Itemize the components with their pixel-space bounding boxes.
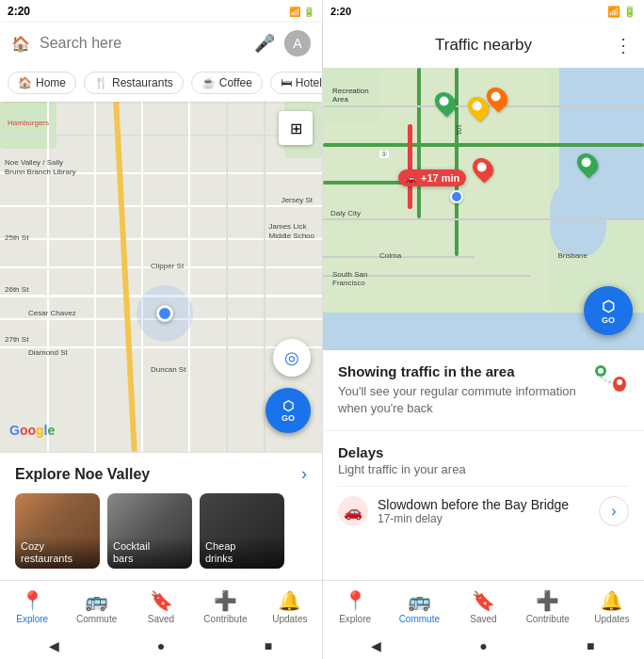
r-label-south-sf: South SanFrancisco <box>332 270 367 287</box>
left-status-bar: 2:20 📶 🔋 <box>0 0 322 23</box>
place-cards: Cozy restaurants Cocktail bars Cheap dri… <box>15 493 307 569</box>
place-card-drinks[interactable]: Cheap drinks <box>200 493 284 569</box>
left-system-nav: ◀ ● ■ <box>0 633 322 659</box>
right-map[interactable]: RecreationArea Daly City Colma Brisbane … <box>323 68 644 350</box>
r-commute-nav-label: Commute <box>399 614 440 624</box>
recent-button[interactable]: ■ <box>259 636 278 655</box>
r-commute-nav-icon: 🚌 <box>408 589 431 612</box>
traffic-info-text: Showing traffic in the area You'll see y… <box>338 363 582 417</box>
updates-nav-label: Updates <box>272 614 307 624</box>
road-v3 <box>141 102 143 452</box>
explore-header: Explore Noe Valley › <box>15 464 307 484</box>
location-dot <box>156 305 173 322</box>
location-button[interactable]: ◎ <box>273 339 311 377</box>
google-logo: Google <box>9 423 55 438</box>
nav-commute[interactable]: 🚌 Commute <box>64 581 128 633</box>
nav-updates[interactable]: 🔔 Updates <box>258 581 322 633</box>
r-label-i1: ① <box>379 151 389 158</box>
back-button[interactable]: ◀ <box>44 636 63 655</box>
mic-icon[interactable]: 🎤 <box>254 33 275 54</box>
home-button[interactable]: ● <box>152 636 170 655</box>
label-james-lick: James LickMiddle Schoo <box>269 222 314 242</box>
nav-saved[interactable]: 🔖 Saved <box>129 581 193 633</box>
menu-dots-icon[interactable]: ⋮ <box>614 34 633 56</box>
right-header-title: Traffic nearby <box>435 36 532 55</box>
place-card-cocktails[interactable]: Cocktail bars <box>107 493 192 569</box>
go-button[interactable]: ⬡ GO <box>266 388 311 433</box>
hotels-chip-icon: 🛏 <box>281 76 292 89</box>
local-road-2 <box>323 218 644 220</box>
r-label-colma: Colma <box>379 251 401 260</box>
avatar[interactable]: A <box>284 30 311 56</box>
delay-arrow-button[interactable]: › <box>599 496 629 526</box>
right-system-nav: ◀ ● ■ <box>323 633 644 659</box>
contribute-nav-icon: ➕ <box>214 589 237 612</box>
label-27th: 27th St <box>5 335 28 344</box>
delay-car-icon: 🚗 <box>338 496 368 526</box>
svg-point-1 <box>598 368 604 374</box>
right-location-dot <box>450 190 463 203</box>
r-nav-explore[interactable]: 📍 Explore <box>323 581 387 633</box>
right-status-icons: 📶 🔋 <box>607 6 636 18</box>
delay-time: 17-min delay <box>378 512 589 525</box>
r-contribute-nav-label: Contribute <box>526 614 570 624</box>
label-hamburgers: Hamburgers <box>8 119 49 127</box>
nav-explore[interactable]: 📍 Explore <box>0 581 64 633</box>
right-map-bg: RecreationArea Daly City Colma Brisbane … <box>323 68 644 350</box>
category-coffee[interactable]: ☕ Coffee <box>191 72 263 94</box>
explore-nav-label: Explore <box>16 614 48 624</box>
right-status-time: 2:20 <box>330 6 351 17</box>
delays-subtitle: Light traffic in your area <box>338 462 629 476</box>
updates-nav-icon: 🔔 <box>278 589 301 612</box>
place-card-label-restaurants: Cozy restaurants <box>15 537 100 569</box>
road-v5 <box>226 102 228 452</box>
category-home[interactable]: 🏠 Home <box>8 72 76 94</box>
r-nav-contribute[interactable]: ➕ Contribute <box>516 581 580 633</box>
place-card-restaurants[interactable]: Cozy restaurants <box>15 493 100 569</box>
r-recent-button[interactable]: ■ <box>581 636 600 655</box>
nav-contribute[interactable]: ➕ Contribute <box>193 581 257 633</box>
highway-v2 <box>417 68 421 218</box>
saved-nav-icon: 🔖 <box>150 589 173 612</box>
traffic-badge: +17 min <box>398 169 466 186</box>
right-go-button[interactable]: ⬡ GO <box>584 286 633 335</box>
restaurants-chip-label: Restaurants <box>112 76 173 89</box>
explore-arrow[interactable]: › <box>301 464 307 484</box>
delays-section: Delays Light traffic in your area 🚗 Slow… <box>323 431 644 541</box>
r-label-recreation: RecreationArea <box>332 87 369 104</box>
search-input[interactable]: Search here <box>40 35 245 52</box>
label-25th: 25th St <box>5 233 28 242</box>
r-explore-nav-label: Explore <box>339 614 371 624</box>
delay-item-text: Slowdown before the Bay Bridge 17-min de… <box>378 497 589 525</box>
label-jersey: Jersey St <box>282 196 313 204</box>
highway-h1 <box>323 143 644 147</box>
right-panel: 2:20 📶 🔋 Traffic nearby ⋮ <box>322 0 644 659</box>
info-sheet: Showing traffic in the area You'll see y… <box>323 350 644 580</box>
r-back-button[interactable]: ◀ <box>367 636 386 655</box>
r-label-101: 101 <box>456 124 462 136</box>
r-nav-commute[interactable]: 🚌 Commute <box>387 581 451 633</box>
commute-nav-icon: 🚌 <box>85 589 108 612</box>
traffic-road <box>408 124 412 209</box>
r-saved-nav-icon: 🔖 <box>472 589 495 612</box>
left-map[interactable]: Hamburgers Noe Valley / SallyBrunn Branc… <box>0 102 322 452</box>
label-noe-valley: Noe Valley / SallyBrunn Branch Library <box>5 158 76 178</box>
road-v2 <box>94 102 96 452</box>
commute-nav-label: Commute <box>76 614 117 624</box>
r-home-button[interactable]: ● <box>474 636 492 655</box>
r-nav-saved[interactable]: 🔖 Saved <box>451 581 515 633</box>
road-v4 <box>188 102 190 452</box>
r-nav-updates[interactable]: 🔔 Updates <box>580 581 644 633</box>
explore-nav-icon: 📍 <box>21 589 44 612</box>
right-go-icon: ⬡ <box>602 297 615 315</box>
right-header: Traffic nearby ⋮ <box>323 23 644 68</box>
r-label-daly-city: Daly City <box>330 209 361 217</box>
label-26th: 26th St <box>5 285 28 294</box>
category-hotels[interactable]: 🛏 Hotels <box>270 72 322 94</box>
left-status-icons: 📶 🔋 <box>289 7 314 17</box>
delays-title: Delays <box>338 444 629 460</box>
search-bar[interactable]: 🏠 Search here 🎤 A <box>0 23 322 64</box>
category-restaurants[interactable]: 🍴 Restaurants <box>84 72 184 94</box>
layers-button[interactable]: ⊞ <box>279 111 313 145</box>
place-card-label-drinks: Cheap drinks <box>200 537 284 569</box>
